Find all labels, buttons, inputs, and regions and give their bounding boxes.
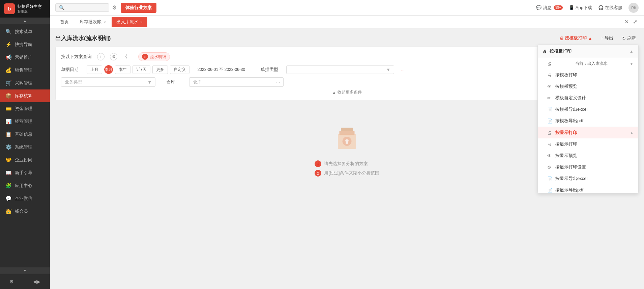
tabs-bar: 首页 库存批次账 × 出入库流水 × ✕ ⤢ — [50, 16, 644, 28]
search-icon: 🔍 — [5, 29, 11, 35]
sidebar-item-member[interactable]: 👑 畅会员 — [0, 205, 50, 218]
guide-icon: 📖 — [5, 170, 11, 176]
appcenter-icon: 🧩 — [5, 183, 11, 189]
user-avatar[interactable]: Rit — [628, 3, 639, 13]
tag-icon: ⊕ — [142, 54, 148, 60]
dp-display-print[interactable]: 🖨 按显示打印 — [538, 138, 638, 150]
step2-num: 2 — [315, 170, 321, 177]
sidebar-item-system[interactable]: ⚙️ 系统管理 — [0, 141, 50, 154]
sidebar-item-finance[interactable]: 💳 资金管理 — [0, 102, 50, 115]
print-template-btn[interactable]: 🖨 按模板打印 ▲ — [556, 34, 595, 43]
warehouse-more[interactable]: ··· — [276, 80, 280, 85]
dp-scroll[interactable]: 🖨 当前：出入库流水 ▼ 🖨 按模板打印 👁 按模板预览 — [538, 58, 638, 193]
sidebar-item-wechat[interactable]: 💬 企业微信 — [0, 192, 50, 205]
dp-display-icon: 🖨 — [547, 130, 553, 135]
type-select-more[interactable]: ··· — [401, 67, 405, 72]
dp-dpreview-icon: 👁 — [547, 153, 553, 158]
biz-type-select[interactable]: 业务类型 ▼ — [61, 77, 155, 87]
sidebar-item-appcenter[interactable]: 🧩 应用中心 — [0, 179, 50, 192]
phone-icon: 📱 — [569, 5, 574, 10]
dp-template-print[interactable]: 🖨 按模板打印 — [538, 69, 638, 81]
sidebar-item-collab[interactable]: 🤝 企业协同 — [0, 154, 50, 166]
print-dropdown-panel: 🖨 按模板打印 ▲ 🖨 当前：出入库流水 ▼ — [537, 45, 639, 193]
topbar-gear-icon[interactable]: ⚙ — [112, 4, 117, 11]
sidebar-item-purchase[interactable]: 🛒 采购管理 — [0, 77, 50, 89]
win-close-btn[interactable]: ✕ — [623, 18, 630, 26]
dp-header-arrow[interactable]: ▲ — [629, 49, 634, 54]
step1-num: 1 — [315, 160, 321, 167]
messages-btn[interactable]: 💬 消息 99+ — [536, 5, 563, 11]
filter-add-btn[interactable]: + — [97, 53, 105, 60]
sidebar-toggle-btn[interactable]: ◀▶ — [31, 277, 42, 286]
dp-current-template[interactable]: 🖨 当前：出入库流水 ▼ — [538, 58, 638, 69]
logo-icon: b — [4, 3, 15, 14]
online-service-btn[interactable]: 🎧 在线客服 — [598, 5, 622, 11]
topbar-search-box[interactable]: 🔍 — [55, 3, 109, 12]
dp-section-display: 🖨 按显示打印 ▲ 🖨 按显示打印 👁 按显示预览 — [538, 127, 638, 193]
dp-display-preview[interactable]: 👁 按显示预览 — [538, 150, 638, 161]
system-icon: ⚙️ — [5, 144, 11, 150]
sidebar-item-quicknav[interactable]: ⚡ 快捷导航 — [0, 38, 50, 51]
logo-text: 畅捷通好生意 — [18, 4, 42, 9]
date-btn-7days[interactable]: 近7天 — [133, 65, 150, 74]
date-btn-custom[interactable]: 自定义 — [170, 65, 189, 74]
sidebar-item-sales[interactable]: 💰 销售管理 — [0, 64, 50, 77]
win-expand-btn[interactable]: ⤢ — [632, 18, 639, 26]
sidebar-nav: 🔍 搜索菜单 ⚡ 快捷导航 📢 营销推广 💰 销售管理 🛒 采购管理 📦 库存核… — [0, 24, 50, 267]
date-btn-lastmonth[interactable]: 上月 — [87, 65, 102, 74]
sidebar-item-operation[interactable]: 📊 经营管理 — [0, 115, 50, 128]
tab-inventory-flow-close[interactable]: × — [140, 20, 142, 24]
basic-icon: 📋 — [5, 131, 11, 137]
sidebar-scroll-up[interactable]: ▲ — [0, 18, 50, 24]
filter-tag-item[interactable]: ⊕ 流水明细 — [138, 52, 170, 61]
refresh-btn[interactable]: ↻ 刷新 — [619, 34, 639, 43]
search-input[interactable] — [66, 5, 106, 10]
tab-home[interactable]: 首页 — [55, 17, 74, 27]
collapse-arrow-icon: ▲ — [332, 90, 336, 95]
date-btn-more[interactable]: 更多 — [152, 65, 168, 74]
export-btn[interactable]: ↑ 导出 — [598, 34, 616, 43]
dp-template-excel[interactable]: 📄 按模板导出excel — [538, 104, 638, 115]
sales-icon: 💰 — [5, 67, 11, 73]
svg-rect-1 — [340, 131, 355, 135]
dp-template-preview[interactable]: 👁 按模板预览 — [538, 81, 638, 92]
sidebar-scroll-down[interactable]: ▼ — [0, 267, 50, 274]
dp-print-icon: 🖨 — [543, 49, 547, 54]
print-dropdown-arrow[interactable]: ▲ — [588, 36, 592, 41]
empty-steps: 1 请先选择要分析的方案 2 用[过滤]条件来缩小分析范围 — [315, 160, 379, 179]
tab-inventory-batch-close[interactable]: × — [104, 20, 106, 24]
sidebar-settings-btn[interactable]: ⚙ — [7, 277, 16, 286]
dp-display-print-header[interactable]: 🖨 按显示打印 ▲ — [538, 127, 638, 138]
sidebar-item-search[interactable]: 🔍 搜索菜单 — [0, 25, 50, 38]
filter-settings-btn[interactable]: ⚙ — [110, 53, 117, 60]
finance-icon: 💳 — [5, 106, 11, 112]
date-btn-thismonth[interactable]: 本月 — [104, 65, 113, 74]
dp-display-arrow: ▲ — [630, 131, 634, 135]
dp-display-pdf[interactable]: 📄 按显示导出pdf — [538, 184, 638, 193]
sidebar-item-marketing[interactable]: 📢 营销推广 — [0, 51, 50, 64]
filter-collapse-icon[interactable]: 《 — [123, 54, 127, 60]
sidebar-bottom: ⚙ ◀▶ — [0, 274, 50, 289]
sidebar-item-guide[interactable]: 📖 新手引导 — [0, 166, 50, 179]
sidebar-item-inventory[interactable]: 📦 库存核算 — [0, 89, 50, 102]
search-icon: 🔍 — [59, 5, 64, 10]
tab-inventory-flow[interactable]: 出入库流水 × — [112, 17, 147, 27]
dp-customize-icon: ✏ — [547, 96, 553, 101]
trial-industry-btn[interactable]: 体验行业方案 — [121, 3, 156, 13]
warehouse-select[interactable]: 仓库 ··· — [189, 77, 284, 87]
filter-scheme-label: 按以下方案查询 — [61, 54, 92, 60]
operation-icon: 📊 — [5, 119, 11, 125]
collapse-btn[interactable]: ▲ 收起更多条件 — [332, 89, 362, 95]
dp-display-excel[interactable]: 📄 按显示导出excel — [538, 173, 638, 184]
date-filter-btns: 上月 本月 本年 近7天 更多 自定义 — [87, 65, 189, 74]
tab-inventory-batch[interactable]: 库存批次账 × — [75, 17, 110, 27]
dp-template-customize[interactable]: ✏ 模板自定义设计 — [538, 92, 638, 104]
date-btn-thisyear[interactable]: 本年 — [115, 65, 130, 74]
sidebar-item-basic[interactable]: 📋 基础信息 — [0, 128, 50, 141]
topbar: 🔍 ⚙ 体验行业方案 💬 消息 99+ 📱 App下载 🎧 在线客服 Rit — [50, 0, 644, 16]
dp-display-print-settings[interactable]: ⚙ 按显示打印设置 — [538, 161, 638, 173]
type-select[interactable]: ▼ — [286, 65, 394, 74]
app-download-btn[interactable]: 📱 App下载 — [569, 5, 592, 11]
type-label: 单据类型 — [261, 67, 278, 72]
dp-template-pdf[interactable]: 📄 按模板导出pdf — [538, 115, 638, 127]
